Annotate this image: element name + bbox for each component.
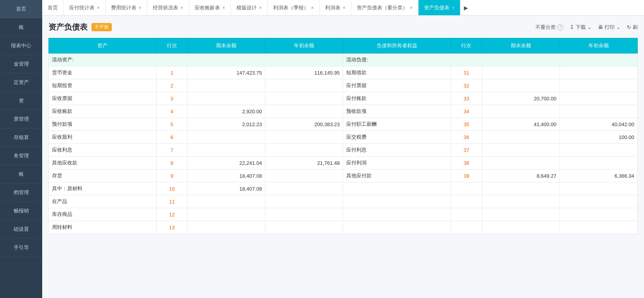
year-begin2 — [560, 144, 637, 157]
asset-label: 预付款项 — [49, 118, 157, 131]
asset-label: 短期投资 — [49, 79, 157, 92]
sidebar-item-fixed-assets[interactable]: 定资产 — [0, 73, 42, 92]
row-num2: 38 — [451, 157, 482, 170]
th-asset: 资产 — [49, 38, 157, 54]
close-tab-profit-quarterly[interactable]: × — [311, 5, 314, 11]
sidebar-item-report-center[interactable]: 报表中心 — [0, 37, 42, 55]
liability-label — [343, 195, 451, 208]
period-end2 — [482, 79, 560, 92]
period-end2 — [482, 208, 560, 221]
row-num: 11 — [156, 195, 188, 208]
asset-label: 周转材料 — [49, 221, 157, 234]
asset-label: 在产品 — [49, 195, 157, 208]
asset-label: 其他应收款 — [49, 157, 157, 170]
close-tab-payable-stats[interactable]: × — [97, 5, 100, 11]
tab-receivable-aging[interactable]: 应收账龄表× — [189, 0, 231, 15]
download-button[interactable]: ↧ 下载 ⌄ — [570, 24, 592, 31]
asset-label: 存货 — [49, 170, 157, 182]
print-button[interactable]: 🖶 打印 ⌄ — [598, 24, 621, 31]
refresh-button[interactable]: ↻ 刷 — [627, 24, 638, 31]
liability-label: 其他应付款 — [343, 170, 451, 182]
table-row: 其中：原材料 10 18,407.08 — [49, 182, 638, 195]
tab-profit[interactable]: 利润表× — [320, 0, 351, 15]
page-header: 资产负债表 不平衡 不重分类 ? ↧ 下载 ⌄ 🖶 打印 ⌄ — [48, 22, 638, 32]
year-begin — [265, 131, 343, 144]
period-end2 — [482, 221, 560, 234]
sidebar-item-archive[interactable]: 档管理 — [0, 184, 42, 202]
row-num2: 32 — [451, 79, 482, 92]
liability-label: 应付票据 — [343, 79, 451, 92]
sidebar-item-expense[interactable]: 畅报销 — [0, 202, 42, 220]
liability-label: 应付账款 — [343, 92, 451, 105]
close-tab-template-design[interactable]: × — [259, 5, 262, 11]
non-classify-toggle[interactable]: 不重分类 ? — [535, 24, 564, 31]
year-begin2 — [560, 79, 637, 92]
year-begin2: 40,042.00 — [560, 118, 637, 131]
year-begin2 — [560, 182, 637, 195]
period-end2 — [482, 157, 560, 170]
asset-label: 货币资金 — [49, 66, 157, 79]
period-end: 22,241.04 — [188, 157, 265, 170]
row-num: 4 — [156, 105, 188, 118]
liability-label — [343, 182, 451, 195]
refresh-icon: ↻ — [627, 24, 631, 30]
period-end — [188, 144, 265, 157]
year-begin: 116,145.95 — [265, 66, 343, 79]
period-end2: 20,700.00 — [482, 92, 560, 105]
liability-label: 应付利润 — [343, 157, 451, 170]
non-classify-help-icon[interactable]: ? — [557, 24, 564, 30]
table-row: 库存商品 12 — [49, 208, 638, 221]
period-end: 2,012.23 — [188, 118, 265, 131]
period-end: 2,920.00 — [188, 105, 265, 118]
tab-balance[interactable]: 资产负债表× — [419, 0, 460, 15]
close-tab-receivable-aging[interactable]: × — [222, 5, 225, 11]
period-end2: 41,400.00 — [482, 118, 560, 131]
row-num: 5 — [156, 118, 188, 131]
year-begin — [265, 170, 343, 182]
sidebar-item-fund[interactable]: 金管理 — [0, 55, 42, 73]
period-end2 — [482, 66, 560, 79]
th-period-end: 期末余额 — [188, 38, 265, 54]
period-end2 — [482, 144, 560, 157]
sidebar-item-inventory[interactable]: 存核算 — [0, 128, 42, 147]
close-tab-balance-reclassified[interactable]: × — [410, 5, 413, 11]
table-row: 在产品 11 — [49, 195, 638, 208]
asset-label: 应收票据 — [49, 92, 157, 105]
download-icon: ↧ — [570, 24, 574, 30]
tab-home[interactable]: 首页 — [42, 0, 64, 15]
tab-expense-stats[interactable]: 费用统计表× — [106, 0, 147, 15]
tab-operations[interactable]: 经营状况表× — [147, 0, 189, 15]
period-end: 147,423.75 — [188, 66, 265, 79]
page-title-row: 资产负债表 不平衡 — [48, 22, 112, 32]
sidebar-item-account[interactable]: 账 — [0, 165, 42, 184]
sidebar-item-bills[interactable]: 票管理 — [0, 110, 42, 128]
header-actions: 不重分类 ? ↧ 下载 ⌄ 🖶 打印 ⌄ ↻ 刷 — [535, 24, 638, 31]
year-begin — [265, 144, 343, 157]
table-row: 其他应收款 8 22,241.04 21,761.48 应付利润 38 — [49, 157, 638, 170]
tab-payable-stats[interactable]: 应付统计表× — [64, 0, 106, 15]
liability-label: 短期借款 — [343, 66, 451, 79]
sidebar-item-ledger[interactable]: 账 — [0, 18, 42, 37]
th-liability: 负债和所有者权益 — [343, 38, 451, 54]
sidebar-item-investment[interactable]: 资 — [0, 92, 42, 110]
tab-profit-quarterly[interactable]: 利润表（季报）× — [268, 0, 320, 15]
close-tab-expense-stats[interactable]: × — [139, 5, 141, 11]
period-end2: 8,649.27 — [482, 170, 560, 182]
unbalanced-badge: 不平衡 — [91, 23, 112, 31]
close-tab-profit[interactable]: × — [343, 5, 345, 11]
sidebar-item-tax[interactable]: 务管理 — [0, 147, 42, 165]
close-tab-balance[interactable]: × — [452, 5, 454, 11]
th-period-end2: 期末余额 — [482, 38, 560, 54]
tab-scroll-right[interactable]: ▶ — [460, 0, 471, 15]
close-tab-operations[interactable]: × — [181, 5, 183, 11]
table-row: 应收票据 3 应付账款 33 20,700.00 — [49, 92, 638, 105]
table-row: 应收利息 7 应付利息 37 — [49, 144, 638, 157]
sidebar-item-settings[interactable]: 础设置 — [0, 220, 42, 239]
tab-balance-reclassified[interactable]: 资产负债表（重分类）× — [351, 0, 419, 15]
tab-template-design[interactable]: 模版设计× — [231, 0, 268, 15]
period-end — [188, 131, 265, 144]
table-row: 货币资金 1 147,423.75 116,145.95 短期借款 31 — [49, 66, 638, 79]
sidebar-item-guide[interactable]: 手引导 — [0, 239, 42, 257]
sidebar-item-home[interactable]: 首页 — [0, 0, 42, 18]
download-chevron-icon: ⌄ — [587, 24, 592, 30]
